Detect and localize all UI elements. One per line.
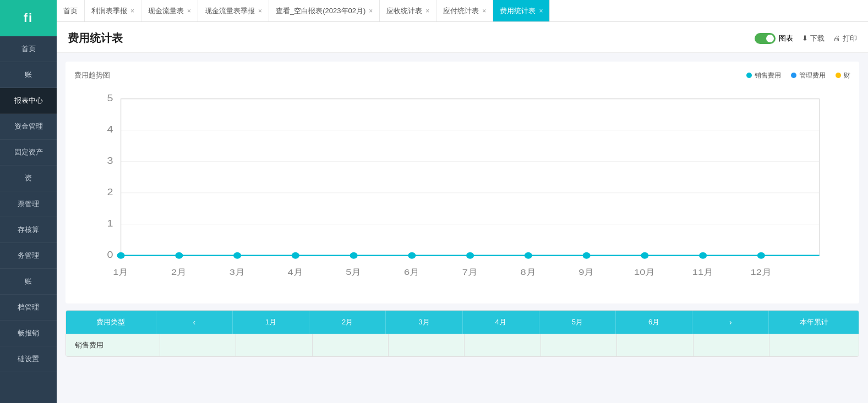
svg-text:3: 3	[107, 156, 113, 166]
svg-point-23	[699, 252, 707, 259]
td-sales-m1	[236, 334, 312, 356]
page-header: 费用统计表 图表 ⬇ 下载 🖨 打印	[57, 22, 868, 53]
svg-point-15	[233, 252, 241, 259]
th-month-6: 6月	[616, 311, 692, 334]
svg-point-21	[583, 252, 591, 259]
tab-blank-report[interactable]: 查看_空白报表(2023年02月) ×	[269, 0, 380, 22]
sidebar-item-writeoff[interactable]: 畅报销	[0, 321, 57, 346]
chart-section: 费用趋势图 销售费用 管理费用 财	[65, 62, 859, 303]
legend-item-finance: 财	[836, 71, 850, 80]
chart-legend: 销售费用 管理费用 财	[746, 71, 850, 80]
svg-rect-12	[121, 99, 820, 256]
svg-text:6月: 6月	[404, 268, 420, 277]
sidebar-item-capital[interactable]: 资	[0, 165, 57, 191]
tab-profit[interactable]: 利润表季报 ×	[85, 0, 141, 22]
svg-text:7月: 7月	[462, 268, 478, 277]
chart-toggle-label: 图表	[779, 34, 793, 43]
tab-close-receivable[interactable]: ×	[425, 7, 429, 15]
legend-dot-finance	[836, 73, 841, 78]
expense-table: 费用类型 ‹ 1月 2月 3月 4月 5月 6月 › 本年累计 销售费用	[65, 310, 859, 357]
tab-close-cashflow-q[interactable]: ×	[258, 7, 262, 15]
svg-point-24	[757, 252, 765, 259]
td-type-sales: 销售费用	[66, 334, 160, 356]
sidebar-item-home[interactable]: 首页	[0, 36, 57, 62]
svg-text:5: 5	[107, 93, 113, 103]
svg-text:0: 0	[107, 250, 113, 260]
sidebar-item-account[interactable]: 账	[0, 62, 57, 88]
svg-text:1月: 1月	[113, 268, 129, 277]
svg-text:2: 2	[107, 187, 113, 197]
svg-point-13	[117, 252, 125, 259]
legend-label-finance: 财	[844, 71, 850, 80]
page-title: 费用统计表	[68, 31, 123, 46]
td-sales-total	[769, 334, 859, 356]
tab-cashflow-q[interactable]: 现金流量表季报 ×	[198, 0, 269, 22]
svg-point-22	[641, 252, 648, 259]
svg-point-14	[175, 252, 183, 259]
print-button[interactable]: 🖨 打印	[833, 34, 857, 43]
th-type: 费用类型	[66, 311, 156, 334]
chart-header: 费用趋势图 销售费用 管理费用 财	[74, 70, 850, 80]
td-nav-spacer2	[694, 334, 769, 356]
main-area: 首页 利润表季报 × 现金流量表 × 现金流量表季报 × 查看_空白报表(202…	[57, 0, 868, 403]
sidebar-item-fund[interactable]: 资金管理	[0, 114, 57, 140]
table-row-sales: 销售费用	[66, 334, 859, 356]
svg-text:8月: 8月	[521, 268, 537, 277]
line-chart: 5 4 3 2 1 0	[74, 86, 850, 295]
legend-label-admin: 管理费用	[799, 71, 826, 80]
legend-item-sales: 销售费用	[746, 71, 781, 80]
sidebar-item-archive[interactable]: 档管理	[0, 295, 57, 321]
svg-text:11月: 11月	[692, 268, 714, 277]
td-sales-m6	[617, 334, 693, 356]
svg-text:10月: 10月	[634, 268, 656, 277]
th-nav-next[interactable]: ›	[692, 311, 769, 334]
th-month-5: 5月	[539, 311, 616, 334]
tab-expense[interactable]: 费用统计表 ×	[493, 0, 550, 22]
tab-bar: 首页 利润表季报 × 现金流量表 × 现金流量表季报 × 查看_空白报表(202…	[57, 0, 868, 22]
td-sales-m4	[465, 334, 541, 356]
prev-arrow-icon[interactable]: ‹	[190, 318, 198, 327]
sidebar-item-inventory[interactable]: 存核算	[0, 217, 57, 243]
tab-receivable[interactable]: 应收统计表 ×	[380, 0, 436, 22]
print-icon: 🖨	[833, 34, 840, 42]
tab-payable-stat[interactable]: 应付统计表 ×	[436, 0, 493, 22]
chart-toggle-group[interactable]: 图表	[755, 33, 793, 44]
sidebar-item-invoice[interactable]: 票管理	[0, 191, 57, 217]
tab-close-cashflow[interactable]: ×	[187, 7, 191, 15]
td-sales-m3	[389, 334, 465, 356]
next-arrow-icon[interactable]: ›	[727, 318, 734, 327]
download-button[interactable]: ⬇ 下载	[802, 34, 825, 43]
th-month-2: 2月	[309, 311, 386, 334]
logo: fi	[0, 0, 57, 36]
sidebar-item-fixed-assets[interactable]: 固定资产	[0, 140, 57, 165]
svg-point-16	[292, 252, 299, 259]
tab-cashflow[interactable]: 现金流量表 ×	[141, 0, 198, 22]
tab-home[interactable]: 首页	[57, 0, 85, 22]
svg-text:5月: 5月	[346, 268, 362, 277]
svg-point-19	[466, 252, 474, 259]
td-nav-spacer	[160, 334, 236, 356]
chart-wrapper: 5 4 3 2 1 0	[74, 86, 850, 295]
legend-label-sales: 销售费用	[755, 71, 781, 80]
th-nav-prev[interactable]: ‹	[156, 311, 233, 334]
table-header: 费用类型 ‹ 1月 2月 3月 4月 5月 6月 › 本年累计	[66, 311, 859, 334]
sidebar: fi 首页 账 报表中心 资金管理 固定资产 资 票管理 存核算 务管理 账 档…	[0, 0, 57, 403]
sidebar-item-settings[interactable]: 础设置	[0, 346, 57, 372]
sidebar-item-payable[interactable]: 账	[0, 269, 57, 295]
svg-text:1: 1	[107, 218, 113, 229]
sidebar-item-report-center[interactable]: 报表中心	[0, 88, 57, 114]
chart-toggle-switch[interactable]	[755, 33, 776, 44]
legend-dot-admin	[791, 73, 796, 78]
th-year-total: 本年累计	[769, 311, 859, 334]
svg-text:9月: 9月	[578, 268, 594, 277]
tab-close-blank[interactable]: ×	[369, 7, 373, 15]
tab-close-expense[interactable]: ×	[539, 7, 543, 15]
sidebar-item-service[interactable]: 务管理	[0, 243, 57, 269]
chart-title: 费用趋势图	[74, 70, 110, 80]
svg-point-17	[350, 252, 358, 259]
svg-point-18	[408, 252, 416, 259]
tab-close-profit[interactable]: ×	[130, 7, 134, 15]
svg-text:12月: 12月	[750, 268, 772, 277]
legend-dot-sales	[746, 73, 752, 78]
tab-close-payable[interactable]: ×	[482, 7, 486, 15]
